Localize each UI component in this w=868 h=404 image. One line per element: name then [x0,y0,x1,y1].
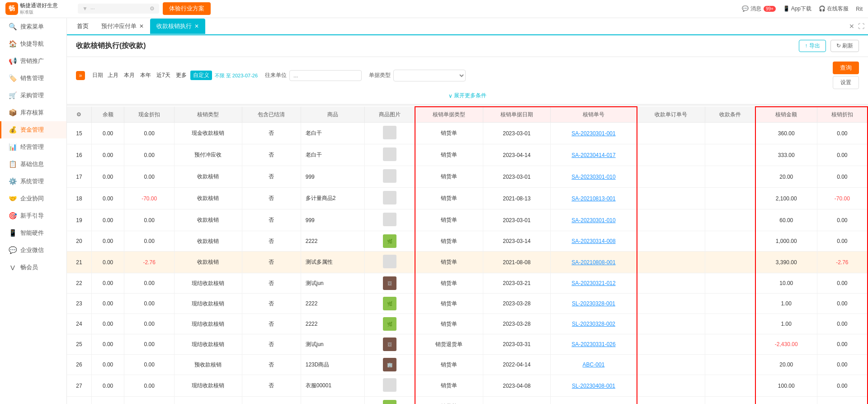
page-content: 收款核销执行(按收款) ↑ 导出 ↻ 刷新 » [67,35,868,404]
tab-bar: 首页 预付冲应付单 ✕ 收款核销执行 ✕ ✕ ⛶ [67,18,868,35]
filter-date-options: 上月 本月 本年 近7天 更多 自定义 [106,71,212,80]
online-service[interactable]: 🎧 在线客服 [819,5,849,13]
tab-writeoff[interactable]: 收款核销执行 ✕ [150,19,205,34]
gear-icon[interactable]: ⚙ [150,5,155,12]
search-icon: 🔍 [9,23,17,31]
sidebar-item-sales[interactable]: 🏷️ 销售管理 [0,70,66,87]
date-option-this-year[interactable]: 本年 [138,71,153,80]
sidebar-item-system[interactable]: ⚙️ 系统管理 [0,173,66,190]
date-range: 不限 至 2023-07-26 [215,73,258,78]
sidebar-item-member[interactable]: V 畅会员 [0,259,66,276]
inventory-icon: 📦 [9,109,17,117]
col-receipt-condition: 收款条件 [705,107,755,123]
col-writeoff-discount: 核销折扣 [817,107,868,123]
sidebar-item-finance[interactable]: 💰 资金管理 [0,121,66,138]
voucher-type-select[interactable] [393,70,466,81]
col-settings[interactable]: ⚙ [67,107,91,123]
guide-icon: 🎯 [9,212,17,220]
table-row: 170.000.00收款核销否999销货单2023-03-01SA-202303… [67,166,868,188]
date-option-7days[interactable]: 近7天 [155,71,172,80]
filter-row: » 日期 上月 本月 本年 近7天 更多 自定义 不限 [76,62,859,89]
sidebar-item-hardware[interactable]: 📱 智能硬件 [0,224,66,242]
marketing-icon: 📢 [9,57,17,65]
voucher-no-link[interactable]: SA-20230301-010 [571,217,615,223]
sidebar-item-purchase[interactable]: 🛒 采购管理 [0,87,66,104]
sidebar-item-search[interactable]: 🔍 搜索菜单 [0,18,66,35]
sidebar-item-marketing[interactable]: 📢 营销推广 [0,52,66,70]
col-receipt-order: 收款单订单号 [637,107,705,123]
management-icon: 📊 [9,143,17,151]
wechat-icon: 💬 [9,246,17,254]
voucher-no-link[interactable]: SA-20210813-001 [571,195,615,202]
tab-home[interactable]: 首页 [71,19,95,34]
col-writeoff-type: 核销类型 [175,107,242,123]
tab-bar-actions: ✕ ⛶ [849,23,864,30]
table-row: 190.000.00收款核销否999销货单2023-03-01SA-202303… [67,209,868,231]
voucher-no-link[interactable]: SA-20230331-026 [571,341,615,347]
table-row: 240.000.00现结收款核销否2222🌿销货单2023-03-28SL-20… [67,314,868,334]
voucher-no-link[interactable]: ABC-001 [583,361,605,368]
tab-prepay-close[interactable]: ✕ [139,23,144,29]
voucher-no-link[interactable]: SA-20230314-008 [571,238,615,244]
voucher-no-link[interactable]: SA-20230301-010 [571,174,615,180]
member-icon: V [9,264,17,271]
finance-icon: 💰 [9,126,17,134]
col-balance: 余额 [91,107,124,123]
filter-partner-group: 往来单位 [265,70,362,81]
filter-bar: » 日期 上月 本月 本年 近7天 更多 自定义 不限 [67,57,868,105]
voucher-no-link[interactable]: SL-20230328-002 [572,321,615,327]
user-name[interactable]: Rit [856,6,863,12]
sales-icon: 🏷️ [9,74,17,82]
top-search-area[interactable]: ▼ ··· ⚙ [78,4,159,14]
close-tab-action[interactable]: ✕ [849,23,854,30]
voucher-no-link[interactable]: SL-20230328-001 [572,300,615,307]
top-bar-right: 💬 消息 99+ 📱 App下载 🎧 在线客服 Rit [742,5,863,13]
partner-input[interactable] [289,70,362,81]
table-row: 160.000.00预付冲应收否老白干销货单2023-04-14SA-20230… [67,144,868,166]
app-download[interactable]: 📱 App下载 [783,5,811,13]
page-actions: ↑ 导出 ↻ 刷新 [799,40,859,52]
settings-button[interactable]: 设置 [833,76,859,89]
sidebar-item-guide[interactable]: 🎯 新手引导 [0,207,66,224]
sidebar-item-basic[interactable]: 📋 基础信息 [0,156,66,173]
export-button[interactable]: ↑ 导出 [799,40,826,52]
chevron-down-icon: ∨ [448,93,453,99]
page-title: 收款核销执行(按收款) [76,41,146,51]
sidebar-item-nav[interactable]: 🏠 快捷导航 [0,35,66,52]
date-option-this-month[interactable]: 本月 [122,71,137,80]
home-icon: 🏠 [9,40,17,48]
col-voucher-type: 核销单据类型 [415,107,483,123]
sidebar-item-collab[interactable]: 🤝 企业协同 [0,190,66,207]
query-button[interactable]: 查询 [833,62,859,74]
table-row: 250.000.00现结收款核销否测试jun🖼销货退货单2023-03-31SA… [67,334,868,355]
voucher-no-link[interactable]: SA-20230414-017 [571,152,615,158]
tab-prepay[interactable]: 预付冲应付单 ✕ [95,19,150,34]
refresh-button[interactable]: ↻ 刷新 [830,40,859,52]
settings-icon: ⚙ [76,111,81,118]
purchase-icon: 🛒 [9,91,17,100]
voucher-no-link[interactable]: SA-20210808-001 [571,259,615,266]
table-row: 260.000.00预收款核销否123D商品🏢销货单2022-04-14ABC-… [67,355,868,375]
solution-button[interactable]: 体验行业方案 [163,2,211,15]
voucher-no-link[interactable]: SL-20230408-001 [572,383,615,389]
date-option-last-month[interactable]: 上月 [106,71,120,80]
date-option-custom[interactable]: 自定义 [190,71,212,80]
voucher-no-link[interactable]: SA-20230321-012 [571,280,615,286]
data-table: ⚙ 余额 现金折扣 核销类型 包含已结清 商品 商品图片 核销单据类型 核销单据… [67,106,868,404]
sidebar-item-management[interactable]: 📊 经营管理 [0,138,66,156]
sidebar-item-inventory[interactable]: 📦 库存核算 [0,104,66,121]
filter-expand-button[interactable]: » [76,71,85,80]
voucher-no-link[interactable]: SA-20230301-001 [571,130,615,137]
table-row: 180.00-70.00收款核销否多计量商品2销货单2021-08-13SA-2… [67,188,868,209]
expand-tab-action[interactable]: ⛶ [858,23,864,30]
message-area[interactable]: 💬 消息 99+ [742,5,776,13]
sidebar-item-wechat[interactable]: 💬 企业微信 [0,242,66,259]
date-option-more[interactable]: 更多 [174,71,189,80]
sidebar: 🔍 搜索菜单 🏠 快捷导航 📢 营销推广 🏷️ 销售管理 🛒 采购管理 📦 库存… [0,18,67,404]
expand-more-button[interactable]: ∨ 展开更多条件 [448,92,486,100]
main-content: 首页 预付冲应付单 ✕ 收款核销执行 ✕ ✕ ⛶ 收款核销执行(按收款) [67,18,868,404]
col-writeoff-amount: 核销金额 [755,107,817,123]
col-include-settled: 包含已结清 [242,107,301,123]
tab-writeoff-close[interactable]: ✕ [194,23,199,29]
table-row: 150.000.00现金收款核销否老白干销货单2023-03-01SA-2023… [67,123,868,144]
